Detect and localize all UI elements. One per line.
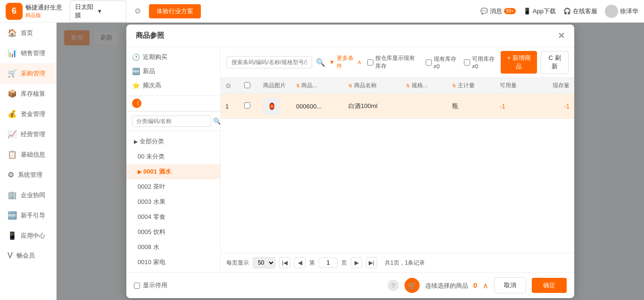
table-header-row: ⚙ 商品图片 [221,78,574,94]
first-page-btn[interactable]: |◀ [279,257,290,268]
sidebar-item-purchase[interactable]: 🛒 采购管理 [0,63,56,83]
app-download-item[interactable]: 📱 App下载 [523,7,556,16]
message-icon: 💬 [480,8,488,15]
category-search-icon[interactable]: 🔍 [213,117,221,125]
product-search-input[interactable] [226,56,312,68]
th-settings[interactable]: ⚙ [221,78,239,94]
sidebar-item-guide[interactable]: 🆕 新手引导 [0,205,56,225]
cat-item-0001[interactable]: ▶ 0001 酒水 [126,164,220,179]
td-spec [401,94,447,119]
new-icon: 🆕 [132,67,140,75]
confirm-button[interactable]: 确定 [532,278,567,293]
service-item[interactable]: 🎧 在线客服 [563,7,597,16]
logo-icon: 6 [6,3,23,20]
settings-icon: ⚙ [225,82,231,90]
sidebar-item-sales[interactable]: 📊 销售管理 [0,43,56,63]
sidebar-item-inventory[interactable]: 📦 库存核算 [0,83,56,104]
help-button[interactable]: ? [388,280,399,291]
filter-options: 按仓库显示现有库存 现有库存≠0 可用库存≠0 [367,54,497,70]
sidebar: 🏠 首页 📊 销售管理 🛒 采购管理 📦 库存核算 💰 资金管理 📈 经营管理 … [0,23,57,300]
th-available[interactable]: 可用量 [495,78,535,94]
sidebar-item-finance[interactable]: 💰 资金管理 [0,104,56,124]
message-badge: 99+ [504,8,516,14]
category-search-input[interactable] [132,116,211,127]
shortcut-recent[interactable]: 🕐 近期购买 [126,50,220,64]
cat-item-all[interactable]: ▶ 全部分类 [126,134,220,149]
inventory-icon: 📦 [8,89,17,98]
modal-overlay: 商品参照 ✕ 🕐 近期购买 🆕 [57,23,644,300]
shortcut-frequent[interactable]: ⭐ 频次高 [126,78,220,92]
display-disabled-area: 显示停用 [134,281,167,290]
nav-right: 💬 消息 99+ 📱 App下载 🎧 在线客服 徐泽华 [480,5,638,18]
page-size-select[interactable]: 50 [253,257,275,268]
shortcut-new[interactable]: 🆕 新品 [126,64,220,78]
cat-item-0002[interactable]: 0002 茶叶 [126,179,220,194]
th-stock[interactable]: 现存量 [535,78,574,94]
sidebar-item-enterprise[interactable]: 🏢 企业协同 [0,185,56,205]
cat-item-0003[interactable]: 0003 水果 [126,194,220,209]
cat-item-00[interactable]: 00 未分类 [126,149,220,164]
system-icon: ⚙ [8,170,14,179]
cancel-button[interactable]: 取消 [494,277,526,293]
sidebar-item-business[interactable]: 📈 经营管理 [0,124,56,144]
th-name[interactable]: ⇅ 商品名称 [344,78,401,94]
cat-item-0008[interactable]: 0008 水 [126,240,220,255]
modal-body: 🕐 近期购买 🆕 新品 ⭐ 频次高 [126,47,574,272]
available-stock-input[interactable] [464,59,470,66]
display-disabled-checkbox[interactable] [134,283,140,289]
store-selector[interactable]: 日太阳膜 ▾ [70,0,126,22]
sidebar-item-system[interactable]: ⚙ 系统管理 [0,165,56,185]
display-disabled-label: 显示停用 [143,281,167,290]
th-code[interactable]: ⇅ 商品... [291,78,344,94]
cat-item-0005[interactable]: 0005 饮料 [126,225,220,240]
modal-close-button[interactable]: ✕ [558,32,565,40]
sidebar-item-home[interactable]: 🏠 首页 [0,23,56,43]
sidebar-item-basic[interactable]: 📋 基础信息 [0,144,56,165]
current-stock-checkbox[interactable]: 现有库存≠0 [426,55,459,70]
select-all-checkbox[interactable] [244,82,250,88]
sidebar-item-apps[interactable]: 📱 应用中心 [0,225,56,246]
collapse-panel-btn[interactable]: 《 [132,99,141,108]
product-search-icon[interactable]: 🔍 [316,58,325,67]
available-stock-checkbox[interactable]: 可用库存≠0 [464,55,497,70]
message-item[interactable]: 💬 消息 99+ [480,7,516,16]
cart-icon[interactable]: 🛒 [405,278,420,293]
current-stock-input[interactable] [426,59,432,66]
sidebar-item-member[interactable]: V 畅会员 [0,246,56,266]
page-number-input[interactable] [319,258,338,268]
basic-icon: 📋 [8,150,17,159]
th-checkbox[interactable] [239,78,258,94]
prev-page-btn[interactable]: ◀ [294,257,305,268]
modal-title: 商品参照 [136,31,164,40]
more-filter-button[interactable]: ▼ 更多条件 ∧ [329,54,362,70]
warehouse-stock-input[interactable] [367,59,373,66]
sort-icon: ⇅ [296,83,300,88]
th-spec[interactable]: ⇅ 规格... [401,78,447,94]
th-unit[interactable]: ⇅ 主计量 [447,78,495,94]
td-checkbox[interactable] [239,94,258,119]
purchase-icon: 🛒 [8,69,17,78]
trial-button[interactable]: 体验行业方案 [149,4,201,18]
user-item[interactable]: 徐泽华 [605,5,638,18]
cat-item-0004[interactable]: 0004 零食 [126,209,220,225]
table-row[interactable]: 1 🏮 [221,94,574,119]
row-checkbox[interactable] [244,102,250,108]
warehouse-stock-checkbox[interactable]: 按仓库显示现有库存 [367,54,420,70]
gear-button[interactable]: ⚙ [130,4,145,19]
sort-spec-icon: ⇅ [406,83,410,88]
category-panel: 🕐 近期购买 🆕 新品 ⭐ 频次高 [126,47,221,272]
page-label2: 页 [341,259,347,267]
add-product-button[interactable]: + 新增商品 [501,51,537,74]
footer-right: ? 🛒 连续选择的商品 0 ∧ 取消 确定 [388,277,567,293]
refresh-button[interactable]: C 刷新 [541,51,569,74]
continuous-select-label: 连续选择的商品 0 [425,281,477,290]
category-search-area: 🔍 [126,112,220,131]
logo-text: 畅捷通好生意 精品版 [25,4,62,18]
last-page-btn[interactable]: ▶| [366,257,377,268]
next-page-btn[interactable]: ▶ [351,257,362,268]
modal-header: 商品参照 ✕ [126,25,574,47]
action-buttons: + 新增商品 C 刷新 [501,51,569,74]
avatar [605,5,618,18]
cat-item-0010[interactable]: 0010 家电 [126,255,220,270]
collapse-footer-btn[interactable]: ∧ [483,281,488,290]
